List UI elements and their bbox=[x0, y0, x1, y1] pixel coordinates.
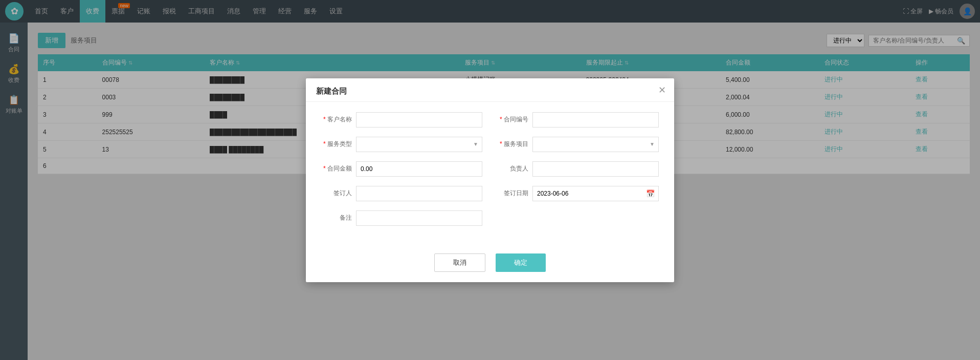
contract-no-input[interactable] bbox=[532, 112, 659, 128]
modal-footer: 取消 确定 bbox=[306, 245, 674, 282]
responsible-input[interactable] bbox=[532, 161, 659, 177]
service-item-select-wrap: ▼ bbox=[532, 137, 659, 152]
modal-header: 新建合同 bbox=[306, 78, 674, 102]
sign-date-input[interactable] bbox=[532, 186, 659, 201]
modal-overlay: 新建合同 ✕ 客户名称 合同编号 服务类型 bbox=[0, 0, 980, 360]
sign-date-wrap: 📅 bbox=[532, 186, 659, 201]
service-type-label: 服务类型 bbox=[321, 140, 352, 149]
close-button[interactable]: ✕ bbox=[658, 84, 666, 96]
confirm-button[interactable]: 确定 bbox=[496, 253, 546, 272]
cancel-button[interactable]: 取消 bbox=[434, 253, 485, 272]
remark-field: 备注 bbox=[321, 210, 482, 226]
responsible-label: 负责人 bbox=[498, 164, 528, 173]
new-contract-modal: 新建合同 ✕ 客户名称 合同编号 服务类型 bbox=[306, 78, 674, 282]
service-type-select-wrap: ▼ bbox=[356, 137, 482, 152]
sign-date-field: 签订日期 📅 bbox=[498, 186, 659, 201]
customer-name-field: 客户名称 bbox=[321, 112, 482, 128]
contract-no-label: 合同编号 bbox=[498, 115, 528, 124]
remark-input[interactable] bbox=[356, 210, 482, 226]
remark-label: 备注 bbox=[321, 214, 352, 222]
form-row-4: 签订人 签订日期 📅 bbox=[321, 186, 659, 201]
form-row-1: 客户名称 合同编号 bbox=[321, 112, 659, 128]
service-type-field: 服务类型 ▼ bbox=[321, 137, 482, 152]
responsible-field: 负责人 bbox=[498, 161, 659, 177]
signer-field: 签订人 bbox=[321, 186, 482, 201]
modal-body: 客户名称 合同编号 服务类型 ▼ 服务项目 bbox=[306, 102, 674, 245]
customer-name-label: 客户名称 bbox=[321, 115, 352, 124]
form-row-2: 服务类型 ▼ 服务项目 ▼ bbox=[321, 137, 659, 152]
contract-amount-field: 合同金额 bbox=[321, 161, 482, 177]
form-row-5: 备注 bbox=[321, 210, 659, 226]
service-item-field: 服务项目 ▼ bbox=[498, 137, 659, 152]
service-item-label: 服务项目 bbox=[498, 140, 528, 149]
contract-no-field: 合同编号 bbox=[498, 112, 659, 128]
service-type-select[interactable] bbox=[356, 137, 482, 152]
customer-name-input[interactable] bbox=[356, 112, 482, 128]
modal-title: 新建合同 bbox=[316, 87, 347, 95]
form-row-3: 合同金额 负责人 bbox=[321, 161, 659, 177]
contract-amount-input[interactable] bbox=[356, 161, 482, 177]
contract-amount-label: 合同金额 bbox=[321, 164, 352, 173]
signer-input[interactable] bbox=[356, 186, 482, 201]
service-item-select[interactable] bbox=[532, 137, 659, 152]
sign-date-label: 签订日期 bbox=[498, 189, 528, 198]
signer-label: 签订人 bbox=[321, 189, 352, 198]
